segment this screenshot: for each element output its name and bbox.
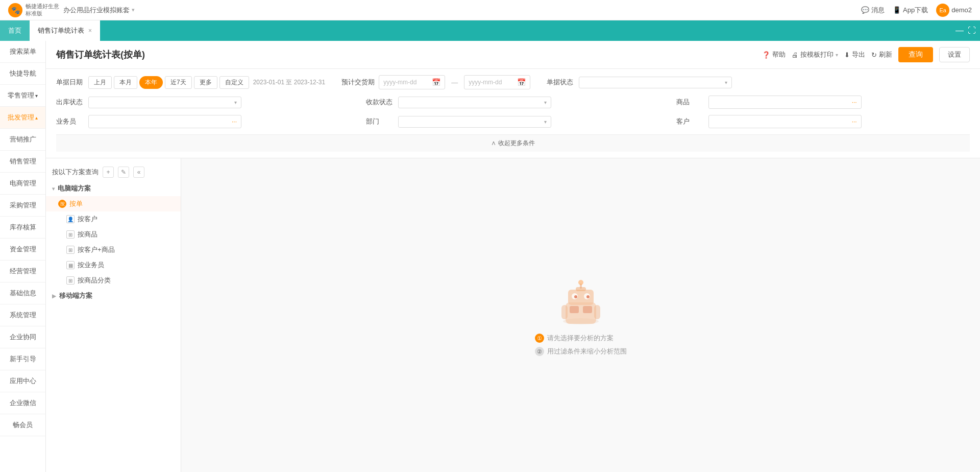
sidebar-item-system[interactable]: 系统管理 [0,304,45,326]
scheme-icon-customer: 👤 [66,215,75,223]
filter-order-status-cell: 单据状态 ▾ [547,77,970,88]
sidebar-item-retail[interactable]: 零售管理 ▾ [0,85,45,107]
scheme-icon-order: 按 [58,200,66,208]
calendar-start-icon[interactable]: 📅 [432,78,440,86]
sidebar-item-enterprise[interactable]: 企业协同 [0,326,45,348]
sidebar-item-purchase[interactable]: 采购管理 [0,195,45,217]
expected-date-label: 预计交货期 [341,78,375,87]
sidebar-item-appstore[interactable]: 应用中心 [0,370,45,392]
date-btn-more[interactable]: 更多 [194,76,217,89]
settings-button[interactable]: 设置 [939,47,970,62]
sidebar-item-quicknav[interactable]: 快捷导航 [0,63,45,85]
payment-status-label: 收款状态 [366,98,394,107]
ship-status-label: 出库状态 [56,98,84,107]
filter-date-cell: 单据日期 上月 本月 本年 近7天 更多 自定义 2023-01-01 至 20… [56,76,325,89]
ship-status-select[interactable]: ▾ [88,97,241,108]
main-layout: 搜索菜单 快捷导航 零售管理 ▾ 批发管理 ▴ 营销推广 销售管理 电商管理 采 [0,41,980,472]
dept-select[interactable]: ▾ [398,116,551,128]
sidebar-item-inventory[interactable]: 库存核算 [0,217,45,239]
scheme-by-goods[interactable]: ⊞ 按商品 [46,227,181,242]
payment-status-select[interactable]: ▾ [398,97,551,108]
empty-svg [550,274,611,325]
date-btn-this-month[interactable]: 本月 [114,76,137,89]
sidebar-item-newuser[interactable]: 新手引导 [0,348,45,370]
salesman-dots-icon[interactable]: ··· [232,118,237,125]
help-button[interactable]: ❓ 帮助 [762,50,786,59]
payment-arrow-icon: ▾ [544,100,547,105]
mobile-expand-icon: ▶ [52,293,56,299]
tab-close-icon[interactable]: × [88,27,92,34]
sidebar-item-wholesale[interactable]: 批发管理 ▴ [0,107,45,129]
bottom-section: 按以下方案查询 + ✎ « ▾ 电脑端方案 按 按单 👤 [46,158,980,472]
date-btn-7days[interactable]: 近7天 [165,76,192,89]
topbar: 🐾 畅捷通好生意 标准版 办公用品行业模拟账套 ▾ 💬 消息 📱 App下载 E… [0,0,980,20]
goods-label: 商品 [676,98,704,107]
scheme-by-salesman[interactable]: ▦ 按业务员 [46,257,181,273]
logo-area: 🐾 畅捷通好生意 标准版 [8,3,59,17]
sidebar-item-wechat[interactable]: 企业微信 [0,392,45,414]
calendar-end-icon[interactable]: 📅 [517,78,526,86]
pc-section[interactable]: ▾ 电脑端方案 [46,181,181,196]
content-area: 销售订单统计表(按单) ❓ 帮助 🖨 按模板打印 ▾ ⬇ 导出 ↻ 刷新 [46,41,980,472]
left-panel-header: 按以下方案查询 + ✎ « [46,163,181,181]
export-button[interactable]: ⬇ 导出 [844,50,865,59]
topbar-dropdown-arrow[interactable]: ▾ [132,7,135,13]
scheme-by-customer-goods[interactable]: ⊞ 按客户+商品 [46,242,181,257]
refresh-button[interactable]: ↻ 刷新 [871,50,892,59]
collapse-panel-button[interactable]: « [133,167,144,178]
ship-arrow-icon: ▾ [234,100,237,105]
svg-rect-3 [583,306,592,313]
scheme-icon-category: ⊞ [66,276,75,285]
filter-salesman-cell: 业务员 ··· [56,115,350,128]
expected-date-end[interactable]: yyyy-mm-dd 📅 [464,75,530,89]
tabbar: 首页 销售订单统计表 × — ⛶ [0,20,980,41]
tab-home[interactable]: 首页 [0,20,30,41]
tab-sales-order[interactable]: 销售订单统计表 × [30,20,100,41]
sidebar-item-search[interactable]: 搜索菜单 [0,41,45,63]
date-btn-last-month[interactable]: 上月 [88,76,112,89]
svg-point-10 [586,295,590,298]
collapse-bar[interactable]: ∧ 收起更多条件 [56,134,970,152]
edit-scheme-button[interactable]: ✎ [118,167,129,178]
sidebar-item-member[interactable]: 畅会员 [0,414,45,436]
main-content: ① 请先选择要分析的方案 ② 用过滤条件来缩小分析范围 [181,158,980,472]
sidebar-item-marketing[interactable]: 营销推广 [0,129,45,151]
scheme-by-goods-category[interactable]: ⊞ 按商品分类 [46,273,181,288]
mobile-section[interactable]: ▶ 移动端方案 [46,288,181,303]
filter-section: 单据日期 上月 本月 本年 近7天 更多 自定义 2023-01-01 至 20… [46,69,980,158]
salesman-select[interactable]: ··· [88,115,241,128]
message-button[interactable]: 💬 消息 [861,6,885,15]
sidebar-item-ecommerce[interactable]: 电商管理 [0,173,45,195]
date-btn-this-year[interactable]: 本年 [139,76,163,89]
dept-arrow-icon: ▾ [544,119,547,125]
app-download-icon: 📱 [893,6,901,14]
sidebar-item-sales[interactable]: 销售管理 [0,151,45,173]
export-icon: ⬇ [844,51,850,59]
svg-rect-4 [561,305,568,319]
customer-dots-icon[interactable]: ··· [852,118,857,125]
sidebar-item-operations[interactable]: 经营管理 [0,261,45,282]
date-btn-custom[interactable]: 自定义 [219,76,249,89]
sidebar-item-basic-info[interactable]: 基础信息 [0,282,45,304]
tab-maximize-button[interactable]: ⛶ [968,26,976,35]
user-menu[interactable]: Ea demo2 [936,4,972,17]
add-scheme-button[interactable]: + [103,167,114,178]
print-button[interactable]: 🖨 按模板打印 ▾ [792,50,838,59]
tip-num-2: ② [535,347,544,356]
tab-minimize-button[interactable]: — [955,26,964,35]
order-status-select[interactable]: ▾ [579,77,732,88]
query-button[interactable]: 查询 [898,47,933,62]
scheme-by-customer[interactable]: 👤 按客户 [46,211,181,227]
app-download-button[interactable]: 📱 App下载 [893,6,928,15]
help-icon: ❓ [762,51,770,59]
scheme-by-order[interactable]: 按 按单 [46,196,181,211]
empty-state: ① 请先选择要分析的方案 ② 用过滤条件来缩小分析范围 [535,274,627,356]
empty-tips: ① 请先选择要分析的方案 ② 用过滤条件来缩小分析范围 [535,334,627,356]
expected-date-start[interactable]: yyyy-mm-dd 📅 [379,75,445,89]
goods-dots-icon[interactable]: ··· [852,99,857,106]
goods-select[interactable]: ··· [708,96,862,109]
empty-tip-1: ① 请先选择要分析的方案 [535,334,627,343]
customer-select[interactable]: ··· [708,115,862,128]
logo-text: 畅捷通好生意 标准版 [26,3,59,16]
sidebar-item-finance[interactable]: 资金管理 [0,239,45,261]
